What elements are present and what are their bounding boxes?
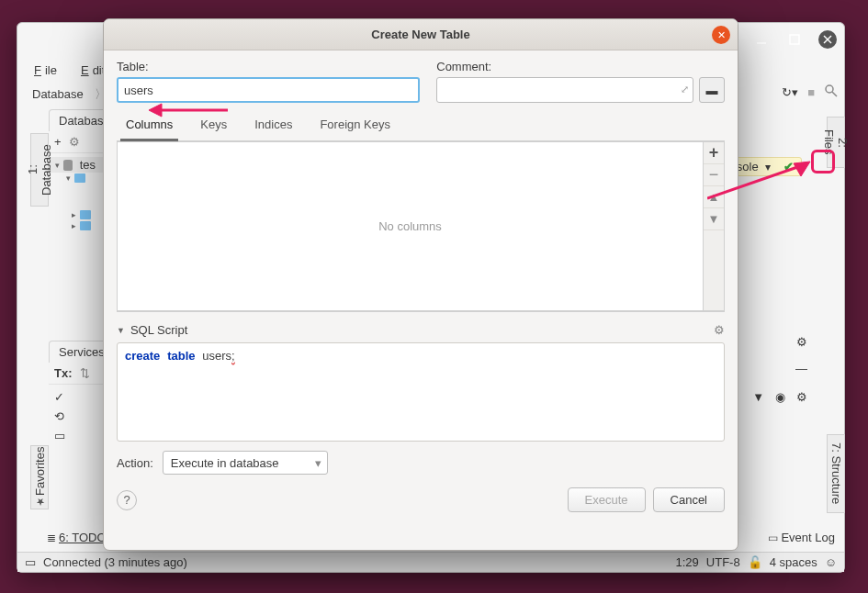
search-icon[interactable] <box>824 84 839 101</box>
folder-icon <box>74 173 85 183</box>
execute-button[interactable]: Execute <box>568 487 646 512</box>
menu-file[interactable]: FFileile <box>27 62 61 79</box>
table-name-label: Table: <box>117 60 420 73</box>
status-icon: ▭ <box>25 555 36 569</box>
status-encoding[interactable]: UTF-8 <box>706 555 740 569</box>
tx-label: Tx: <box>54 366 73 380</box>
comment-icon: ▬ <box>706 84 718 97</box>
sync-icon[interactable]: ↻▾ <box>782 85 798 99</box>
status-cursor: 1:29 <box>676 555 699 569</box>
comment-label: Comment: <box>436 60 725 73</box>
status-inspector-icon[interactable]: ☺ <box>825 555 837 569</box>
dialog-tabs: Columns Keys Indices Foreign Keys <box>117 112 725 141</box>
sql-collapse-icon[interactable]: ▼ <box>117 326 125 335</box>
expand-icon[interactable]: ⤢ <box>681 84 689 95</box>
menubar: FFileile Edit <box>27 62 108 79</box>
stop-icon[interactable]: ■ <box>807 85 815 99</box>
action-select[interactable]: Execute in database <box>163 451 328 475</box>
side-tab-favorites[interactable]: ★ Favorites <box>30 445 49 509</box>
dialog-titlebar[interactable]: Create New Table ✕ <box>104 19 738 50</box>
comment-input[interactable]: ⤢ <box>436 77 693 103</box>
panel-settings-icon[interactable]: ⚙ <box>69 135 80 149</box>
move-down-button[interactable]: ▼ <box>704 208 724 230</box>
tab-columns[interactable]: Columns <box>120 112 178 141</box>
side-tab-files[interactable]: 2: Files <box>827 117 845 168</box>
services-settings-icon[interactable]: ⚙ <box>796 335 807 349</box>
columns-empty-placeholder: No columns <box>117 141 703 311</box>
create-table-dialog: Create New Table ✕ Table: Comment: ⤢ ▬ C… <box>103 18 738 551</box>
folder-icon <box>80 210 91 219</box>
breadcrumb-database[interactable]: Database <box>27 85 89 103</box>
move-up-button[interactable]: ▲ <box>704 186 724 208</box>
svg-rect-1 <box>790 35 799 44</box>
svg-line-5 <box>832 92 837 96</box>
cancel-button[interactable]: Cancel <box>653 487 725 512</box>
side-tab-structure[interactable]: 7: Structure <box>827 434 845 513</box>
add-datasource-button[interactable]: + <box>54 135 62 149</box>
status-bar: ▭ Connected (3 minutes ago) 1:29 UTF-8 🔓… <box>17 552 844 572</box>
gear-icon[interactable]: ⚙ <box>796 390 807 404</box>
action-label: Action: <box>117 456 153 470</box>
bottom-tab-todo[interactable]: ≣ 6: TODO <box>47 531 107 544</box>
dialog-close-button[interactable]: ✕ <box>712 26 730 44</box>
help-button[interactable]: ? <box>117 490 137 510</box>
datasource-icon <box>63 160 73 171</box>
sql-editor[interactable]: create table users; <box>117 342 725 442</box>
tab-foreign-keys[interactable]: Foreign Keys <box>314 112 396 141</box>
close-button[interactable] <box>818 30 837 49</box>
maximize-button[interactable] <box>785 30 804 49</box>
status-indent[interactable]: 4 spaces <box>770 555 817 569</box>
comment-attach-button[interactable]: ▬ <box>699 77 725 103</box>
sql-settings-icon[interactable]: ⚙ <box>714 323 725 337</box>
side-tab-database[interactable]: 1: Database <box>30 133 49 207</box>
table-name-input[interactable] <box>117 77 420 103</box>
status-readonly-icon[interactable]: 🔓 <box>748 555 762 569</box>
folder-icon <box>80 221 91 230</box>
bottom-tab-eventlog[interactable]: ▭ Event Log <box>768 531 835 544</box>
check-icon: ✔ <box>783 160 794 173</box>
filter-icon[interactable]: ▼ <box>752 390 764 404</box>
status-connection: Connected (3 minutes ago) <box>43 555 187 569</box>
tab-keys[interactable]: Keys <box>195 112 232 141</box>
svg-point-4 <box>826 85 833 93</box>
hide-panel-icon[interactable]: — <box>795 362 807 375</box>
minimize-button[interactable] <box>752 30 771 49</box>
dialog-title: Create New Table <box>371 28 469 41</box>
tab-indices[interactable]: Indices <box>249 112 298 141</box>
tx-icon[interactable]: ⇅ <box>80 366 90 380</box>
add-column-button[interactable]: + <box>704 142 724 164</box>
remove-column-button[interactable]: − <box>704 164 724 186</box>
eye-icon[interactable]: ◉ <box>775 390 785 404</box>
sql-script-label: SQL Script <box>130 323 187 337</box>
